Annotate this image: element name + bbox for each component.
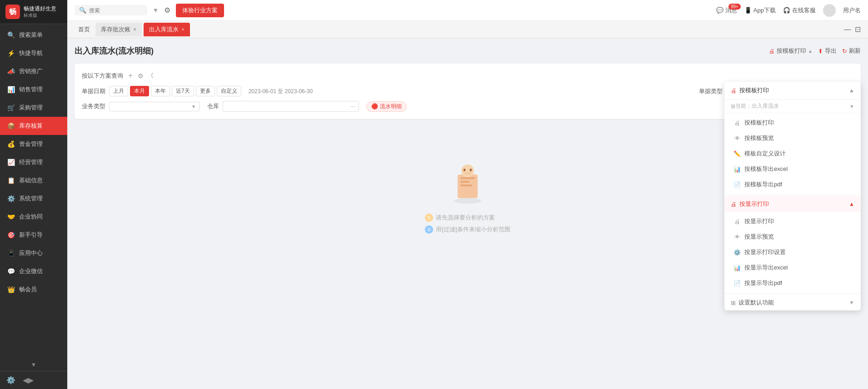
template-preview-item[interactable]: 👁 按模板预览 — [724, 130, 861, 146]
display-print-item[interactable]: 🖨 按显示打印 — [724, 214, 861, 229]
empty-hint-1: ① 请先选择要分析的方案 — [425, 214, 510, 222]
sidebar-bottom: ⚙️ ◀▶ — [0, 371, 67, 389]
template-preview-item-icon: 👁 — [733, 135, 741, 142]
refresh-icon: ↻ — [842, 48, 847, 55]
sidebar-item-search[interactable]: 🔍 搜索菜单 — [0, 26, 67, 44]
dropdown-divider-2 — [724, 294, 861, 294]
sidebar-item-purchase[interactable]: 🛒 采购管理 — [0, 99, 67, 117]
warehouse-more-icon[interactable]: ··· — [350, 103, 355, 110]
tab-close-flow[interactable]: × — [181, 26, 185, 33]
collapse-sidebar-icon[interactable]: ◀▶ — [23, 376, 34, 384]
display-section-arrow-icon[interactable]: ▲ — [849, 201, 854, 207]
svg-point-8 — [464, 170, 465, 171]
operations-icon: 📈 — [6, 158, 15, 167]
template-export-excel-item[interactable]: 📊 按模板导出excel — [724, 161, 861, 177]
sidebar-scroll-down[interactable]: ▼ — [0, 359, 67, 371]
filter-add-btn[interactable]: ＋ — [127, 71, 134, 80]
date-btn-this-year[interactable]: 本年 — [151, 86, 170, 96]
sidebar-item-system[interactable]: ⚙️ 系统管理 — [0, 190, 67, 208]
username-label[interactable]: 用户名 — [843, 6, 861, 15]
dropdown-panel: 🖨 按模板打印 ▲ ⊞ 当前：出入库流水 ▼ 🖨 按模板打印 👁 按模 — [724, 82, 861, 310]
warehouse-select[interactable]: ··· — [223, 101, 359, 112]
display-settings-item-label: 按显示打印设置 — [744, 248, 786, 256]
sidebar-item-wechat[interactable]: 💬 企业微信 — [0, 262, 67, 280]
date-filter: 单据日期 上月 本月 本年 近7天 更多 自定义 — [82, 86, 241, 96]
sidebar-item-basic-info[interactable]: 📋 基础信息 — [0, 171, 67, 190]
sidebar-item-operations[interactable]: 📈 经营管理 — [0, 153, 67, 171]
sidebar-item-quick-nav[interactable]: ⚡ 快捷导航 — [0, 44, 67, 62]
sidebar-item-app-center[interactable]: 📱 应用中心 — [0, 244, 67, 262]
online-service-btn[interactable]: 🎧 在线客服 — [783, 6, 816, 15]
sidebar-item-marketing[interactable]: 📣 营销推广 — [0, 62, 67, 80]
message-btn[interactable]: 💬 消息 99+ — [716, 6, 737, 15]
dropdown-title: 🖨 按模板打印 — [731, 86, 769, 95]
sidebar-item-finance[interactable]: 💰 资金管理 — [0, 135, 67, 153]
biz-type-select[interactable]: ▼ — [109, 102, 200, 111]
filter-collapse-icon[interactable]: 《 — [147, 72, 154, 80]
tab-minimize-btn[interactable]: — — [844, 25, 851, 34]
sidebar-item-label: 基础信息 — [19, 176, 43, 185]
print-chevron-icon: ▲ — [808, 49, 813, 54]
date-btn-custom[interactable]: 自定义 — [217, 86, 241, 96]
tab-batch-account[interactable]: 库存批次账 × — [95, 23, 142, 36]
trial-btn[interactable]: 体验行业方案 — [176, 4, 224, 17]
svg-point-0 — [454, 198, 481, 204]
template-design-item[interactable]: ✏️ 模板自定义设计 — [724, 146, 861, 161]
tag-icon: 🔴 — [371, 103, 378, 110]
sidebar-item-sales[interactable]: 📊 销售管理 — [0, 80, 67, 99]
dropdown-current-icon: ⊞ — [731, 103, 735, 110]
tab-restore-btn[interactable]: ⊡ — [855, 25, 861, 34]
app-download-btn[interactable]: 📱 App下载 — [744, 6, 776, 15]
display-export-excel-item[interactable]: 📊 按显示导出excel — [724, 260, 861, 275]
export-btn[interactable]: ⬆ 导出 — [818, 47, 837, 55]
display-export-excel-label: 按显示导出excel — [744, 264, 788, 272]
settings-default-item[interactable]: ⊞ 设置默认功能 ▼ — [724, 295, 861, 310]
filter-settings-btn[interactable]: ⚙ — [138, 72, 144, 80]
template-print-item[interactable]: 🖨 按模板打印 — [724, 115, 861, 130]
sales-icon: 📊 — [6, 85, 15, 94]
settings-default-arrow-icon: ▼ — [849, 299, 854, 306]
page-content: 出入库流水(流水明细) 🖨 按模板打印 ▲ ⬆ 导出 ↻ 刷新 — [67, 38, 868, 389]
sidebar-item-inventory[interactable]: 📦 库存核算 — [0, 117, 67, 135]
tab-home[interactable]: 首页 — [75, 23, 94, 36]
svg-rect-2 — [460, 177, 475, 179]
template-print-btn[interactable]: 🖨 按模板打印 ▲ — [769, 47, 813, 55]
svg-rect-3 — [460, 181, 469, 183]
template-design-item-icon: ✏️ — [733, 150, 741, 157]
date-btn-this-month[interactable]: 本月 — [130, 86, 149, 96]
display-print-item-label: 按显示打印 — [744, 217, 774, 225]
sidebar-item-guide[interactable]: 🎯 新手引导 — [0, 226, 67, 244]
search-nav-icon: 🔍 — [6, 30, 15, 40]
tab-flow[interactable]: 出入库流水 × — [144, 23, 190, 36]
display-preview-item[interactable]: 👁 按显示预览 — [724, 229, 861, 244]
template-export-pdf-item[interactable]: 📄 按模板导出pdf — [724, 177, 861, 192]
tab-bar-right: — ⊡ — [844, 25, 861, 34]
dropdown-close-btn[interactable]: ▲ — [849, 87, 854, 94]
sidebar-item-vip[interactable]: 👑 畅会员 — [0, 280, 67, 299]
quick-nav-icon: ⚡ — [6, 49, 15, 58]
search-chevron-icon[interactable]: ▼ — [153, 7, 159, 14]
flow-detail-tag[interactable]: 🔴 流水明细 — [366, 101, 407, 112]
user-avatar[interactable] — [823, 4, 836, 17]
refresh-btn[interactable]: ↻ 刷新 — [842, 47, 861, 55]
sidebar-item-cooperation[interactable]: 🤝 企业协同 — [0, 208, 67, 226]
date-btn-7days[interactable]: 近7天 — [172, 86, 194, 96]
settings-default-label: 设置默认功能 — [738, 299, 774, 307]
dropdown-current-label: ⊞ 当前：出入库流水 ▼ — [724, 100, 861, 113]
template-export-excel-icon: 📊 — [733, 165, 741, 173]
header-search-box[interactable]: 🔍 — [75, 5, 147, 15]
search-input[interactable] — [89, 7, 125, 14]
settings-bottom-icon[interactable]: ⚙️ — [6, 376, 15, 384]
empty-hints: ① 请先选择要分析的方案 ② 用[过滤]条件来缩小分析范围 — [425, 214, 510, 234]
display-print-settings-item[interactable]: ⚙️ 按显示打印设置 — [724, 244, 861, 260]
filter-header: 按以下方案查询 ＋ ⚙ 《 — [82, 71, 853, 80]
header-gear-icon[interactable]: ⚙ — [164, 6, 170, 15]
date-btn-last-month[interactable]: 上月 — [109, 86, 128, 96]
display-export-pdf-item[interactable]: 📄 按显示导出pdf — [724, 275, 861, 291]
tab-close-batch[interactable]: × — [133, 26, 136, 33]
date-btn-more[interactable]: 更多 — [196, 86, 215, 96]
sidebar-item-label: 企业微信 — [19, 267, 43, 275]
dropdown-header: 🖨 按模板打印 ▲ — [724, 82, 861, 100]
app-center-icon: 📱 — [6, 249, 15, 258]
system-icon: ⚙️ — [6, 194, 15, 203]
